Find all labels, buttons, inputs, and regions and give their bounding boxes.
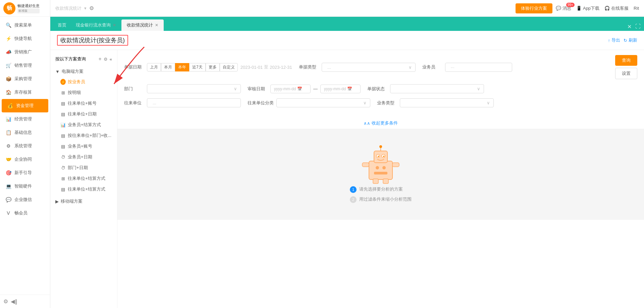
dept-select[interactable]: ∨ <box>147 84 241 93</box>
settings-button[interactable]: 设置 <box>615 68 637 79</box>
sidebar-item-purchase[interactable]: 📦 采购管理 <box>0 72 50 86</box>
date-filter-label: 单据日期 <box>124 64 144 70</box>
doc-type-select[interactable]: ... ∨ <box>322 63 416 72</box>
doc-status-select[interactable]: ∨ <box>390 84 484 93</box>
sidebar-item-wechat[interactable]: 💬 企业微信 <box>0 193 50 206</box>
mobile-scheme-header[interactable]: ▶ 移动端方案 <box>50 196 117 206</box>
filter-area: 单据日期 上月 本月 本年 近7天 更多 自定义 <box>117 50 644 117</box>
sidebar-item-system[interactable]: ⚙ 系统管理 <box>0 139 50 153</box>
trial-button[interactable]: 体验行业方案 <box>516 3 552 13</box>
main-area: 收款情况统计 ▾ ⚙ 体验行业方案 💬 消息 99+ 📱 App下载 🎧 在线客… <box>50 0 644 308</box>
date-tab-this-year[interactable]: 本年 <box>175 63 189 71</box>
tab-bar: 首页 现金银行流水查询 ✕ 收款情况统计 ✕ ✕ ⛶ <box>50 17 644 31</box>
tab-home[interactable]: 首页 <box>54 19 70 31</box>
sidebar-item-cooperation[interactable]: 🤝 企业协同 <box>0 153 50 166</box>
sidebar-item-basic[interactable]: 📋 基础信息 <box>0 126 50 139</box>
scheme-section-arrow: ▼ <box>55 69 60 74</box>
sidebar-settings-icon[interactable]: ⚙ <box>3 298 8 305</box>
sidebar-item-sales[interactable]: 🛒 销售管理 <box>0 59 50 72</box>
scheme-item-partner-account[interactable]: ▤ 往来单位+账号 <box>50 98 117 109</box>
settings-scheme-icon[interactable]: ⚙ <box>104 57 108 62</box>
mobile-scheme-section: ▶ 移动端方案 <box>50 196 117 206</box>
sidebar-item-operation[interactable]: 📊 经营管理 <box>0 112 50 126</box>
refresh-button[interactable]: ↻ 刷新 <box>624 37 637 43</box>
scheme-item-partner-settle1[interactable]: ⊞ 往来单位+结算方式 <box>50 173 117 184</box>
sidebar-item-marketing[interactable]: 📣 营销推广 <box>0 45 50 59</box>
export-button[interactable]: ↑ 导出 <box>608 37 621 43</box>
date-tab-more[interactable]: 更多 <box>206 63 220 71</box>
filter-row-1: 单据日期 上月 本月 本年 近7天 更多 自定义 <box>124 55 637 79</box>
sidebar-item-search[interactable]: 🔍 搜索菜单 <box>0 18 50 32</box>
scheme-item-salesperson-settle[interactable]: 📊 业务员+结算方式 <box>50 119 117 130</box>
partner-dots[interactable]: ... <box>153 100 156 105</box>
date-tabs: 上月 本月 本年 近7天 更多 自定义 <box>147 63 238 71</box>
scheme-item-salesperson-account[interactable]: ▤ 业务员+账号 <box>50 141 117 152</box>
tab-receipt[interactable]: 收款情况统计 ✕ <box>121 19 164 31</box>
scheme-item-by-salesperson[interactable]: ⚡ 按业务员 <box>50 76 117 87</box>
review-date-label: 审核日期 <box>248 86 268 92</box>
app-download-button[interactable]: 📱 App下载 <box>576 5 599 11</box>
sidebar-nav: 🔍 搜索菜单 ⚡ 快捷导航 📣 营销推广 🛒 销售管理 📦 采购管理 🏠 库存核… <box>0 17 50 295</box>
date-dash: — <box>313 86 318 91</box>
doc-type-arrow: ∨ <box>409 65 412 70</box>
search-icon: 🔍 <box>5 22 12 29</box>
finance-icon: 💰 <box>7 102 13 109</box>
salesperson-select[interactable]: ··· <box>445 63 512 72</box>
sidebar-item-member[interactable]: V 畅会员 <box>0 206 50 220</box>
topbar-gear-icon[interactable]: ⚙ <box>89 5 94 11</box>
collapse-panel-icon[interactable]: « <box>110 57 112 62</box>
tab-receipt-close[interactable]: ✕ <box>155 23 158 28</box>
scheme-item-dept-date[interactable]: ⏱ 部门+日期 <box>50 162 117 173</box>
calendar-icon-start[interactable]: 📅 <box>297 87 302 91</box>
collapse-button[interactable]: ∧∧ 收起更多条件 <box>117 117 644 129</box>
sidebar-item-finance[interactable]: 💰 资金管理 <box>2 99 48 112</box>
calendar-icon-end[interactable]: 📅 <box>347 87 352 91</box>
content-body: 按以下方案查询 + ⚙ « ▼ 电脑端方案 ⚡ <box>50 50 644 308</box>
sidebar-item-quicknav[interactable]: ⚡ 快捷导航 <box>0 32 50 45</box>
svg-point-13 <box>382 166 386 169</box>
review-date-end[interactable]: yyyy-mm-dd 📅 <box>320 85 361 93</box>
date-tab-last-month[interactable]: 上月 <box>147 63 161 71</box>
partner-select[interactable]: ... <box>147 98 241 107</box>
topbar: 收款情况统计 ▾ ⚙ 体验行业方案 💬 消息 99+ 📱 App下载 🎧 在线客… <box>50 0 644 17</box>
sidebar: 畅 畅捷通好生意 标准版 🔍 搜索菜单 ⚡ 快捷导航 📣 营销推广 🛒 销售管理… <box>0 0 50 308</box>
sidebar-toggle-icon[interactable]: ◀‖ <box>11 298 17 305</box>
empty-step-2: 2 用过滤条件来缩小分析范围 <box>350 196 412 203</box>
refresh-icon: ↻ <box>624 38 627 43</box>
date-tab-this-month[interactable]: 本月 <box>161 63 175 71</box>
query-button[interactable]: 查询 <box>615 55 637 66</box>
messages-button[interactable]: 💬 消息 99+ <box>556 5 571 11</box>
partner-category-select[interactable]: ∨ <box>276 98 370 107</box>
doc-type-label: 单据类型 <box>299 64 319 70</box>
maximize-window-icon[interactable]: ⛶ <box>635 23 641 29</box>
tab-bank[interactable]: 现金银行流水查询 ✕ <box>70 19 121 31</box>
close-window-icon[interactable]: ✕ <box>627 23 633 29</box>
dept-label: 部门 <box>124 86 144 92</box>
topbar-right: 💬 消息 99+ 📱 App下载 🎧 在线客服 Rit <box>556 5 639 11</box>
export-icon: ↑ <box>608 38 610 43</box>
svg-rect-8 <box>362 163 369 167</box>
add-scheme-icon[interactable]: + <box>98 56 101 62</box>
doc-status-filter-item: 单据状态 ∨ <box>367 84 484 93</box>
sidebar-item-guide[interactable]: 🎯 新手引导 <box>0 166 50 179</box>
salesperson-dots[interactable]: ··· <box>451 65 454 70</box>
user-info: Rit <box>634 6 639 11</box>
online-service-button[interactable]: 🎧 在线客服 <box>604 5 629 11</box>
date-tab-7days[interactable]: 近7天 <box>189 63 206 71</box>
scheme-item-partner-date[interactable]: ▤ 往来单位+日期 <box>50 109 117 119</box>
sidebar-item-hardware[interactable]: 💻 智能硬件 <box>0 179 50 193</box>
dept-date-icon: ⏱ <box>60 165 66 170</box>
partner-dept-icon: ▤ <box>60 133 66 138</box>
tab-bank-close[interactable]: ✕ <box>113 23 116 28</box>
desktop-scheme-header[interactable]: ▼ 电脑端方案 <box>50 66 117 76</box>
sidebar-item-inventory[interactable]: 🏠 库存核算 <box>0 86 50 99</box>
scheme-item-partner-dept[interactable]: ▤ 按往来单位+部门+收... <box>50 130 117 141</box>
doc-type-dots[interactable]: ... <box>327 65 331 70</box>
business-type-select[interactable]: ∨ <box>400 98 494 107</box>
scheme-item-salesperson-date[interactable]: ⏱ 业务员+日期 <box>50 152 117 162</box>
review-date-start[interactable]: yyyy-mm-dd 📅 <box>270 85 311 93</box>
date-tab-custom[interactable]: 自定义 <box>220 63 238 71</box>
collapse-icon: ∧∧ <box>364 121 370 126</box>
scheme-item-by-detail[interactable]: ⊞ 按明细 <box>50 87 117 98</box>
scheme-item-partner-settle2[interactable]: ▤ 往来单位+结算方式 <box>50 184 117 195</box>
